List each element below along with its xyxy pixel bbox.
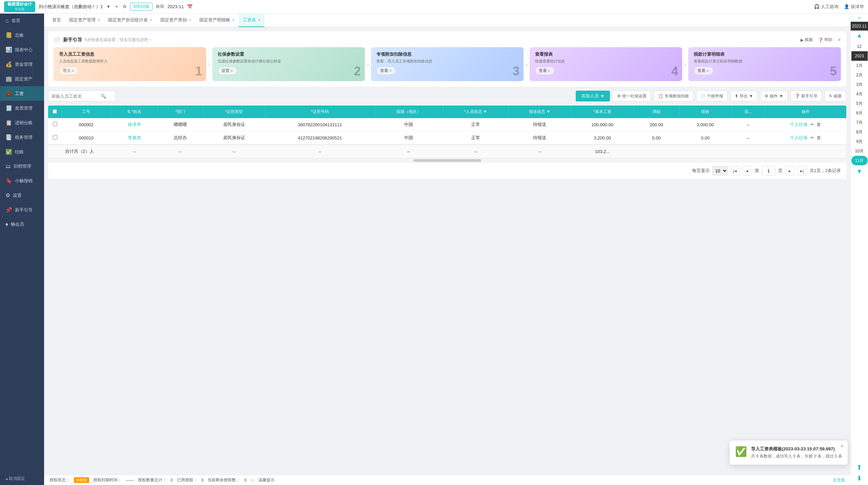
calendar-oct[interactable]: 10月 xyxy=(851,146,868,156)
sidebar-item-payroll[interactable]: 💼 工资 xyxy=(0,86,44,101)
tab-close-payroll[interactable]: × xyxy=(258,18,260,22)
select-all-checkbox[interactable] xyxy=(53,109,57,114)
add-icon[interactable]: ＋ xyxy=(114,3,119,10)
user-menu[interactable]: 👤 徐泽华 xyxy=(844,4,864,10)
row2-checkbox[interactable] xyxy=(53,135,57,139)
add-employee-button[interactable]: 添加人员 ▼ xyxy=(576,91,610,101)
guide-step-5-title: 税款计算明细表 xyxy=(694,51,835,57)
tax-report-button[interactable]: 📄 个税申报 xyxy=(696,91,728,101)
calendar-mar[interactable]: 3月 xyxy=(851,80,868,89)
right-icon-1[interactable]: ⬆ xyxy=(856,463,862,471)
row2-delete-icon[interactable]: 🗑 xyxy=(816,135,821,140)
calendar-nov[interactable]: 11月 xyxy=(851,156,868,165)
tab-close-fixed-detail[interactable]: × xyxy=(232,18,235,22)
calendar-aug[interactable]: 8月 xyxy=(851,127,868,137)
sidebar-item-sales[interactable]: 📋 进销台账 xyxy=(0,115,44,130)
refresh-button[interactable]: ↻ 刷新 xyxy=(825,91,846,101)
sidebar-item-settlement[interactable]: ✅ 结账 xyxy=(0,145,44,159)
row2-name-link[interactable]: 李俊杰 xyxy=(128,135,141,140)
calendar-jul[interactable]: 7月 xyxy=(851,118,868,127)
toast-close-button[interactable]: × xyxy=(841,443,844,449)
tab-close-fixed-category[interactable]: × xyxy=(189,18,191,22)
tab-home[interactable]: 首页 xyxy=(48,14,65,27)
sidebar-item-finance[interactable]: 💰 资金管理 xyxy=(0,57,44,72)
tab-fixed-category[interactable]: 固定资产类别 × xyxy=(156,14,195,27)
tab-fixed-assets[interactable]: 固定资产管理 × xyxy=(65,14,104,27)
export-button[interactable]: ⬆ 导出 ▼ xyxy=(730,91,757,101)
tab-close-fixed-assets[interactable]: × xyxy=(98,18,100,22)
tab-close-depreciation[interactable]: × xyxy=(150,18,152,22)
row1-social-link[interactable]: 个人社保 xyxy=(790,122,808,127)
row1-delete-icon[interactable]: 🗑 xyxy=(816,122,821,127)
settings-icon[interactable]: ⚙ xyxy=(123,4,127,9)
logo-title: 畅捷通好会计 xyxy=(7,2,32,6)
cancel-fixed-button[interactable]: ◂ 取消固定 xyxy=(0,472,44,485)
version-toggle-button[interactable]: 切到旧版 xyxy=(130,3,153,11)
sidebar-item-archive[interactable]: 🗂 归档管理 xyxy=(0,159,44,173)
deduction-button[interactable]: 📋 专项附加扣除 xyxy=(654,91,693,101)
sidebar-item-ledger[interactable]: 📒 总账 xyxy=(0,28,44,42)
row2-social-link[interactable]: 个人社保 xyxy=(790,135,808,140)
per-page-select[interactable]: 10 20 50 xyxy=(712,166,728,175)
calendar-down-button[interactable]: ▼ xyxy=(855,167,864,176)
guide-close-button[interactable]: × xyxy=(838,37,841,43)
calendar-up-button[interactable]: ▲ xyxy=(855,31,864,40)
row1-checkbox[interactable] xyxy=(53,122,57,126)
sidebar-item-fixed-assets[interactable]: 🏢 固定资产 xyxy=(0,72,44,86)
xiaochang-icon: 🔖 xyxy=(5,178,12,184)
calendar-dec[interactable]: 12 xyxy=(851,42,868,51)
tab-depreciation[interactable]: 固定资产折旧统计表 × xyxy=(104,14,156,27)
sidebar-item-xiaochang[interactable]: 🔖 小畅报销 xyxy=(0,173,44,188)
guide-video-link[interactable]: ▶ 视频 xyxy=(801,37,813,43)
guide-step-5-num: 5 xyxy=(830,64,837,78)
search-input[interactable] xyxy=(51,94,99,99)
guide-button[interactable]: ❓ 新手引导 xyxy=(790,91,822,101)
row1-edit-icon[interactable]: ✏ xyxy=(810,122,814,127)
calendar-feb[interactable]: 2月 xyxy=(851,70,868,80)
guide-step-5-button[interactable]: 查看＞ xyxy=(694,67,713,75)
page-input[interactable] xyxy=(762,166,775,175)
guide-step-3-button[interactable]: 查看＞ xyxy=(376,67,396,75)
panel-collapse-button[interactable]: » xyxy=(851,14,868,22)
next-page-button[interactable]: ▸ xyxy=(785,166,795,175)
dropdown-icon[interactable]: ▼ xyxy=(106,4,111,9)
sidebar-item-tax[interactable]: 📑 税务管理 xyxy=(0,130,44,145)
tab-fixed-detail[interactable]: 固定资产明细账 × xyxy=(195,14,239,27)
first-page-button[interactable]: |◂ xyxy=(730,166,740,175)
sidebar-item-member[interactable]: ♦ 畅会员 xyxy=(0,217,44,231)
prev-page-button[interactable]: ◂ xyxy=(743,166,752,175)
row1-name-link[interactable]: 徐泽华 xyxy=(128,122,141,127)
sidebar-item-home[interactable]: ⌂ 首页 xyxy=(0,14,44,28)
calendar-apr[interactable]: 4月 xyxy=(851,89,868,99)
logo: 畅捷通好会计 专业版 xyxy=(4,1,35,12)
remain-auth-label: 当前剩余授权数： xyxy=(208,477,240,483)
sidebar-item-settings[interactable]: ⚙ 设置 xyxy=(0,188,44,203)
sidebar-item-reports[interactable]: 📊 报表中心 xyxy=(0,42,44,57)
guide-step-2-button[interactable]: 设置＞ xyxy=(218,67,237,75)
recharge-link[interactable]: 去充值 xyxy=(833,477,845,483)
tab-payroll-table[interactable]: 工资表 × xyxy=(239,14,264,27)
sidebar-item-expenses[interactable]: 🧾 发票管理 xyxy=(0,101,44,115)
calendar-icon[interactable]: 📅 xyxy=(187,4,193,9)
th-status[interactable]: *人员状态 ▼ xyxy=(443,106,509,118)
calendar-sep[interactable]: 9月 xyxy=(851,137,868,146)
sidebar: ⌂ 首页 📒 总账 📊 报表中心 💰 资金管理 🏢 固定资产 💼 工资 🧾 发票… xyxy=(0,14,44,485)
guide-step-1-button[interactable]: 导入＞ xyxy=(59,67,79,75)
calendar-jan[interactable]: 1月 xyxy=(851,61,868,70)
row2-edit-icon[interactable]: ✏ xyxy=(810,135,814,140)
search-icon[interactable]: 🔍 xyxy=(101,94,106,99)
calendar-year-2023[interactable]: 2023 xyxy=(851,51,868,61)
guide-help-link[interactable]: ❓ 帮助 xyxy=(818,37,832,43)
row2-id-no: 412702198206290521 xyxy=(265,131,374,145)
horizontal-scrollbar[interactable] xyxy=(48,158,846,162)
right-icon-2[interactable]: ⬇ xyxy=(856,474,862,482)
calendar-may[interactable]: 5月 xyxy=(851,99,868,108)
ai-consult-button[interactable]: 🎧 人工咨询 xyxy=(814,4,839,10)
sidebar-item-guide[interactable]: 📌 新手引导 xyxy=(0,203,44,217)
last-page-button[interactable]: ▸| xyxy=(797,166,807,175)
operations-button[interactable]: ⚙ 操作 ▼ xyxy=(760,91,788,101)
th-report-status[interactable]: 报送状态 ▼ xyxy=(509,106,571,118)
social-insurance-button[interactable]: ⚙ 统一社保设置 xyxy=(613,91,651,101)
guide-step-4-button[interactable]: 查看＞ xyxy=(535,67,555,75)
calendar-jun[interactable]: 6月 xyxy=(851,108,868,118)
